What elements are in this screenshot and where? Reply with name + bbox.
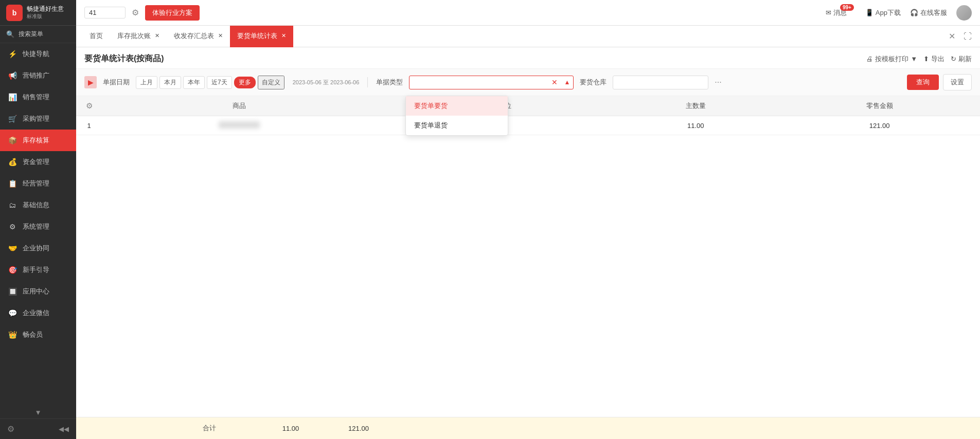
guide-icon: 🎯	[7, 265, 17, 275]
export-action[interactable]: ⬆ 导出	[923, 54, 945, 64]
sidebar-item-label: 畅会员	[23, 330, 43, 339]
type-clear-icon[interactable]: ✕	[548, 78, 561, 86]
sidebar-item-label: 营销推广	[23, 71, 49, 80]
tab-order-stats[interactable]: 要货单统计表 ✕	[230, 26, 293, 47]
sidebar-item-label: 基础信息	[23, 200, 49, 210]
last-month-btn[interactable]: 上月	[136, 76, 157, 89]
table-settings-gear-icon[interactable]: ⚙	[86, 101, 93, 110]
type-filter-label: 单据类型	[376, 78, 403, 87]
last-7days-btn[interactable]: 近7天	[207, 76, 232, 89]
operations-icon: 📋	[7, 178, 17, 189]
sidebar-search[interactable]: 🔍 搜索菜单	[0, 26, 76, 43]
sidebar-item-label: 采购管理	[23, 114, 49, 123]
tab-receive-send-close[interactable]: ✕	[218, 32, 223, 39]
col-goods: 商品	[102, 96, 377, 116]
account-select[interactable]: 41	[84, 7, 126, 19]
goods-blurred	[219, 121, 260, 129]
sidebar-item-wechat[interactable]: 💬 企业微信	[0, 302, 76, 324]
sidebar-item-inventory[interactable]: 📦 库存核算	[0, 130, 76, 151]
quick-nav-icon: ⚡	[7, 49, 17, 59]
main-area: 41 ⚙ 体验行业方案 ✉ 消息 99+ 📱 App下载 🎧 在线客服	[76, 0, 980, 439]
sidebar-item-label: 销售管理	[23, 93, 49, 102]
sidebar-footer: ⚙ ◀◀	[0, 418, 76, 439]
warehouse-filter-input[interactable]	[613, 76, 708, 89]
sidebar-item-label: 库存核算	[23, 136, 49, 145]
table-row: 1 块 11.00 121.00	[76, 116, 980, 135]
tabs-actions: ✕ ⛶	[947, 29, 974, 43]
base-info-icon: 🗂	[7, 200, 17, 210]
member-icon: 👑	[7, 330, 17, 340]
more-dates-btn[interactable]: 更多	[234, 77, 256, 88]
online-service-btn[interactable]: 🎧 在线客服	[910, 8, 947, 17]
sidebar-scroll-down[interactable]: ▼	[0, 407, 76, 418]
custom-date-btn[interactable]: 自定义	[258, 76, 284, 89]
export-label: 导出	[931, 54, 945, 64]
sidebar-item-system[interactable]: ⚙ 系统管理	[0, 216, 76, 237]
sidebar-item-enterprise[interactable]: 🤝 企业协同	[0, 237, 76, 259]
sidebar-item-quick-nav[interactable]: ⚡ 快捷导航	[0, 43, 76, 65]
sidebar-item-label: 企业协同	[23, 244, 49, 253]
enterprise-icon: 🤝	[7, 243, 17, 253]
sidebar-item-purchase[interactable]: 🛒 采购管理	[0, 108, 76, 130]
settings-btn[interactable]: 设置	[943, 74, 972, 90]
sidebar-item-base-info[interactable]: 🗂 基础信息	[0, 194, 76, 216]
this-month-btn[interactable]: 本月	[159, 76, 181, 89]
page-header-actions: 🖨 按模板打印 ▼ ⬆ 导出 ↻ 刷新	[866, 54, 972, 64]
type-filter-input[interactable]	[409, 76, 548, 89]
app-download-btn[interactable]: 📱 App下载	[865, 8, 901, 17]
topbar-gear-icon[interactable]: ⚙	[132, 8, 139, 17]
sidebar-item-label: 快捷导航	[23, 49, 49, 59]
tab-order-stats-label: 要货单统计表	[237, 31, 277, 41]
filter-toggle-btn[interactable]: ▶	[84, 76, 97, 88]
settings-footer-icon[interactable]: ⚙	[7, 424, 14, 434]
filter-divider	[367, 77, 368, 87]
tab-order-stats-close[interactable]: ✕	[281, 32, 286, 39]
tab-home-label: 首页	[90, 31, 103, 41]
footer-label: 合计	[203, 424, 216, 433]
sidebar-item-app-center[interactable]: 🔲 应用中心	[0, 281, 76, 302]
col-settings[interactable]: ⚙	[76, 96, 102, 116]
this-year-btn[interactable]: 本年	[183, 76, 205, 89]
print-action[interactable]: 🖨 按模板打印 ▼	[866, 54, 917, 64]
sidebar-logo: b 畅捷通好生意 标准版	[0, 0, 76, 26]
tab-expand-btn[interactable]: ⛶	[961, 30, 974, 43]
query-btn[interactable]: 查询	[907, 75, 939, 90]
type-arrow-icon[interactable]: ▲	[561, 79, 573, 86]
dropdown-item-order-goods[interactable]: 要货单要货	[406, 96, 508, 116]
industry-btn[interactable]: 体验行业方案	[145, 5, 200, 21]
export-icon: ⬆	[923, 55, 929, 63]
tab-receive-send[interactable]: 收发存汇总表 ✕	[167, 26, 230, 47]
filter-right-actions: 查询 设置	[907, 74, 972, 90]
messages-btn[interactable]: ✉ 消息 99+	[826, 8, 847, 17]
sidebar-nav: ⚡ 快捷导航 📢 营销推广 📊 销售管理 🛒 采购管理 📦 库存核算 💰 资金管…	[0, 43, 76, 407]
date-range-display: 2023-05-06 至 2023-06-06	[293, 79, 360, 86]
sidebar-item-finance[interactable]: 💰 资金管理	[0, 151, 76, 173]
sidebar-item-member[interactable]: 👑 畅会员	[0, 324, 76, 345]
inventory-icon: 📦	[7, 135, 17, 145]
filter-more-btn[interactable]: ···	[715, 78, 721, 87]
collapse-icon[interactable]: ◀◀	[59, 425, 69, 433]
sidebar-item-guide[interactable]: 🎯 新手引导	[0, 259, 76, 281]
data-table: ⚙ 商品 主计量单位 主数量 零售金额	[76, 96, 980, 135]
tab-inventory-batch[interactable]: 库存批次账 ✕	[110, 26, 167, 47]
dropdown-item-order-return[interactable]: 要货单退货	[406, 116, 508, 135]
sidebar-item-operations[interactable]: 📋 经营管理	[0, 173, 76, 194]
sidebar-item-marketing[interactable]: 📢 营销推广	[0, 65, 76, 86]
refresh-action[interactable]: ↻ 刷新	[951, 54, 972, 64]
type-select-wrapper: ✕ ▲	[409, 76, 574, 89]
app-download-label: App下载	[876, 8, 901, 17]
logo-text-block: 畅捷通好生意 标准版	[27, 5, 64, 21]
sidebar-item-sales[interactable]: 📊 销售管理	[0, 86, 76, 108]
page-content: 要货单统计表(按商品) 🖨 按模板打印 ▼ ⬆ 导出 ↻ 刷新 ▶	[76, 47, 980, 439]
tab-inventory-batch-close[interactable]: ✕	[155, 32, 159, 39]
refresh-label: 刷新	[958, 54, 972, 64]
topbar-left: 41 ⚙ 体验行业方案	[84, 5, 200, 21]
user-avatar[interactable]	[956, 5, 972, 21]
tab-home[interactable]: 首页	[82, 26, 110, 47]
type-dropdown: 要货单要货 要货单退货	[405, 96, 508, 136]
sidebar-item-label: 应用中心	[23, 287, 49, 296]
data-table-wrapper: ⚙ 商品 主计量单位 主数量 零售金额	[76, 96, 980, 417]
topbar-right: ✉ 消息 99+ 📱 App下载 🎧 在线客服	[826, 5, 972, 21]
tab-close-all-btn[interactable]: ✕	[947, 29, 957, 43]
date-filter-label: 单据日期	[103, 78, 130, 87]
